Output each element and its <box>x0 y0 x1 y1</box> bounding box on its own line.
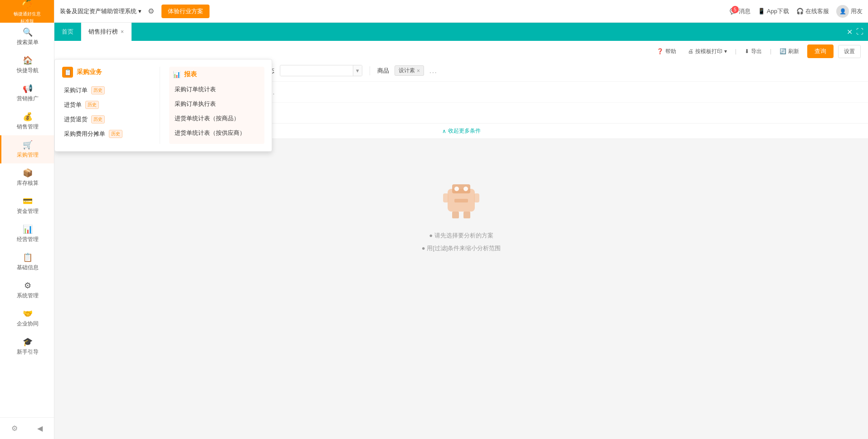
dropdown-item-po-exec[interactable]: 采购订单执行表 <box>173 97 261 111</box>
operations-icon: 📊 <box>23 224 33 234</box>
help-label: 帮助 <box>665 48 676 55</box>
inbound-history-badge: 历史 <box>85 101 99 109</box>
industry-btn[interactable]: 体验行业方案 <box>161 5 210 18</box>
sidebar-label-collab: 企业协同 <box>17 320 39 328</box>
dropdown-item-inbound-stat-supplier-label: 进货单统计表（按供应商） <box>175 129 245 137</box>
messages-btn[interactable]: 💬 5 消息 <box>730 7 751 15</box>
content-area: 📋 采购业务 采购订单 历史 进货单 历史 进货退货 历史 <box>54 41 868 439</box>
sidebar-settings-icon[interactable]: ⚙ <box>10 422 20 434</box>
dropdown-item-return-label: 进货退货 <box>64 115 88 123</box>
query-btn[interactable]: 查询 <box>807 44 834 58</box>
goods-tag: 设计素 × <box>395 65 424 76</box>
dropdown-divider <box>160 67 160 144</box>
empty-illustration <box>434 175 488 221</box>
sidebar-item-basic-info[interactable]: 📋 基础信息 <box>0 248 54 276</box>
tab-expand-icon[interactable]: ⛶ <box>856 28 863 36</box>
main-area: 装备及固定资产辅助管理系统 ▾ ⚙ 体验行业方案 💬 5 消息 📱 App下载 … <box>54 0 868 439</box>
doc-status-input[interactable]: ▾ <box>280 65 362 76</box>
tab-close-icon[interactable]: × <box>121 29 124 35</box>
collapse-btn[interactable]: ∧ 收起更多条件 <box>442 127 481 135</box>
svg-rect-6 <box>474 193 479 202</box>
filter-settings-btn[interactable]: 设置 <box>838 45 861 58</box>
return-history-badge: 历史 <box>91 115 105 123</box>
headset-icon: 🎧 <box>796 8 804 15</box>
svg-point-2 <box>454 187 459 191</box>
purchase-dropdown-menu: 📋 采购业务 采购订单 历史 进货单 历史 进货退货 历史 <box>54 59 272 152</box>
sidebar-item-search[interactable]: 🔍 搜索菜单 <box>0 23 54 51</box>
sidebar-item-finance[interactable]: 💳 资金管理 <box>0 192 54 220</box>
tab-sales-ranking[interactable]: 销售排行榜 × <box>81 23 132 41</box>
message-badge: 5 <box>731 6 739 13</box>
empty-hint-2-text: 用[过滤]条件来缩小分析范围 <box>427 245 501 252</box>
online-service-label: 在线客服 <box>805 7 829 15</box>
sidebar-label-purchase: 采购管理 <box>17 151 39 159</box>
user-avatar-btn[interactable]: 👤 用友 <box>836 5 863 18</box>
dropdown-item-po[interactable]: 采购订单 历史 <box>62 83 151 98</box>
goods-tag-close-icon[interactable]: × <box>417 68 420 74</box>
svg-rect-8 <box>463 212 470 218</box>
dropdown-item-inbound-stat-goods[interactable]: 进货单统计表（按商品） <box>173 111 261 126</box>
dropdown-col-report-header: 📊 报表 <box>173 70 261 79</box>
sidebar-item-purchase[interactable]: 🛒 采购管理 <box>0 135 54 163</box>
refresh-icon: 🔄 <box>780 48 786 54</box>
sidebar-item-inventory[interactable]: 📦 库存核算 <box>0 163 54 192</box>
app-download-label: App下载 <box>767 7 789 15</box>
dropdown-item-inbound-stat-supplier[interactable]: 进货单统计表（按供应商） <box>173 126 261 140</box>
logo-title: 畅捷通好生意 <box>14 11 41 17</box>
sidebar-item-operations[interactable]: 📊 经营管理 <box>0 220 54 248</box>
sidebar-item-system[interactable]: ⚙ 系统管理 <box>0 276 54 304</box>
sidebar-bottom: ⚙ ◀ <box>0 417 54 439</box>
guide-icon: 🎓 <box>23 337 33 347</box>
refresh-btn[interactable]: 🔄 刷新 <box>776 46 803 57</box>
dropdown-col-purchase-header: 📋 采购业务 <box>62 67 151 78</box>
sidebar-label-search: 搜索菜单 <box>17 39 39 46</box>
sidebar-collapse-icon[interactable]: ◀ <box>35 422 44 434</box>
sidebar-item-guide[interactable]: 🎓 新手引导 <box>0 332 54 360</box>
app-download-btn[interactable]: 📱 App下载 <box>758 7 789 15</box>
tab-home-label: 首页 <box>62 28 73 36</box>
sidebar-item-marketing[interactable]: 📢 营销推广 <box>0 79 54 107</box>
finance-icon: 💳 <box>23 196 33 206</box>
collab-icon: 🤝 <box>23 309 33 319</box>
dropdown-item-po-stat-label: 采购订单统计表 <box>175 85 216 94</box>
tab-close-all-icon[interactable]: ✕ <box>847 28 853 36</box>
doc-status-dropdown-icon[interactable]: ▾ <box>353 65 362 76</box>
purchase-icon: 🛒 <box>23 140 33 150</box>
print-label: 按模板打印 <box>695 48 722 55</box>
basic-info-icon: 📋 <box>23 252 33 262</box>
mobile-icon: 📱 <box>758 8 765 15</box>
marketing-icon: 📢 <box>23 84 33 94</box>
empty-hint-1-text: 请先选择要分析的方案 <box>434 232 493 239</box>
dropdown-item-inbound[interactable]: 进货单 历史 <box>62 98 151 112</box>
dropdown-col-report-title: 报表 <box>184 70 197 79</box>
goods-tag-text: 设计素 <box>399 67 415 74</box>
dropdown-item-po-stat[interactable]: 采购订单统计表 <box>173 82 261 97</box>
collapse-btn-label: 收起更多条件 <box>448 127 481 135</box>
dropdown-item-return[interactable]: 进货退货 历史 <box>62 112 151 127</box>
empty-state: ● 请先选择要分析的方案 ● 用[过滤]条件来缩小分析范围 <box>54 139 868 291</box>
sidebar-label-sales: 销售管理 <box>17 123 39 131</box>
dropdown-item-expense[interactable]: 采购费用分摊单 历史 <box>62 127 151 141</box>
action-bar-top: ❓ 帮助 🖨 按模板打印 ▾ | ⬇ 导出 | 🔄 <box>54 41 868 60</box>
dropdown-col-purchase-title: 采购业务 <box>77 68 102 76</box>
sidebar-label-quicknav: 快捷导航 <box>17 67 39 74</box>
print-btn[interactable]: 🖨 按模板打印 ▾ <box>684 46 731 57</box>
topbar-settings-icon[interactable]: ⚙ <box>148 7 154 15</box>
sidebar-label-guide: 新手引导 <box>17 348 39 356</box>
dropdown-item-inbound-stat-goods-label: 进货单统计表（按商品） <box>175 114 239 123</box>
home-icon: 🏠 <box>23 55 33 65</box>
goods-filter-dots[interactable]: ... <box>429 67 438 74</box>
topbar: 装备及固定资产辅助管理系统 ▾ ⚙ 体验行业方案 💬 5 消息 📱 App下载 … <box>54 0 868 23</box>
sidebar-item-sales[interactable]: 💰 销售管理 <box>0 107 54 135</box>
export-label: 导出 <box>751 48 762 55</box>
po-history-badge: 历史 <box>91 86 105 94</box>
online-service-btn[interactable]: 🎧 在线客服 <box>796 7 829 15</box>
system-title-dropdown[interactable]: 装备及固定资产辅助管理系统 ▾ <box>60 7 141 15</box>
doc-status-field[interactable] <box>280 66 353 76</box>
help-btn[interactable]: ❓ 帮助 <box>653 46 680 57</box>
sidebar-item-collab[interactable]: 🤝 企业协同 <box>0 304 54 332</box>
tab-home[interactable]: 首页 <box>54 23 81 41</box>
export-btn[interactable]: ⬇ 导出 <box>741 46 766 57</box>
sidebar-item-quicknav[interactable]: 🏠 快捷导航 <box>0 51 54 79</box>
tabbar: 首页 销售排行榜 × ✕ ⛶ <box>54 23 868 41</box>
